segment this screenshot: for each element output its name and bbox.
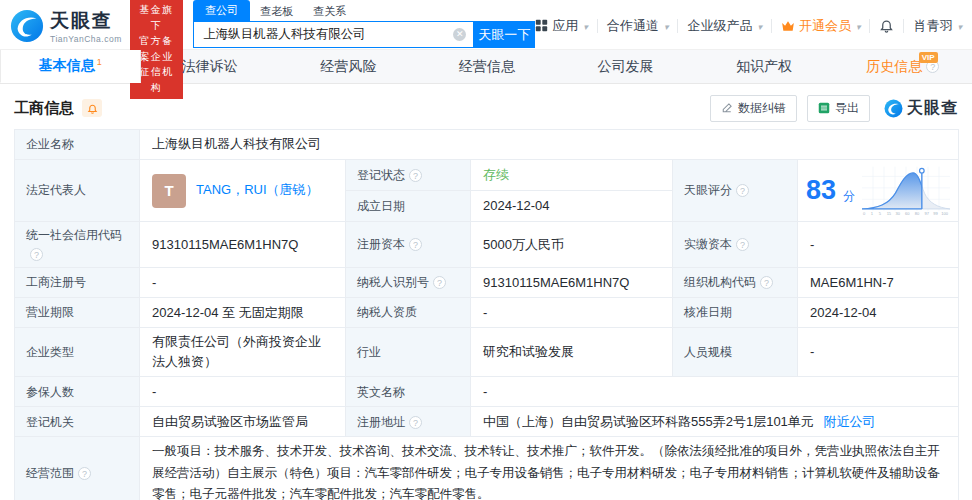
avatar[interactable]: T (152, 174, 186, 208)
english-name-value: - (471, 377, 959, 407)
notification-button[interactable] (879, 18, 894, 33)
tab-basic-info[interactable]: 基本信息 1 (0, 50, 141, 83)
logo-brand-text: 天眼查 (50, 8, 122, 34)
export-button[interactable]: 导出 (807, 95, 870, 122)
tab-operational-risk[interactable]: 经营风险 (279, 50, 418, 83)
help-icon[interactable] (78, 467, 91, 480)
monitor-bell-icon[interactable] (82, 99, 102, 117)
search-tab-boss[interactable]: 查老板 (250, 2, 303, 21)
bell-icon (879, 18, 894, 33)
nav-enterprise-products[interactable]: 企业级产品 (687, 17, 762, 35)
help-icon[interactable] (736, 184, 749, 197)
search-tab-company[interactable]: 查公司 (193, 0, 250, 21)
svg-text:60: 60 (905, 211, 910, 216)
field-label: 核准日期 (673, 298, 798, 328)
watermark-logo: 天眼查 (884, 98, 958, 119)
staff-size-value: - (798, 328, 959, 377)
field-label: 经营范围 (15, 437, 140, 500)
help-icon[interactable] (736, 238, 749, 251)
search-input[interactable] (193, 21, 473, 48)
table-row: 企业名称 上海纵目机器人科技有限公司 (15, 130, 959, 160)
help-icon[interactable] (409, 238, 422, 251)
score-axis-labels: 01 515 3060 8097 99100 (863, 211, 949, 216)
table-row: 登记机关 自由贸易试验区市场监管局 注册地址 中国（上海）自由贸易试验区环科路5… (15, 407, 959, 437)
search-area: 查公司 查老板 查关系 天眼一下 (193, 3, 535, 48)
svg-text:99: 99 (933, 211, 938, 216)
field-label: 注册地址 (346, 407, 471, 437)
tab-company-development[interactable]: 公司发展 (556, 50, 695, 83)
nearby-company-link[interactable]: 附近公司 (823, 414, 875, 429)
tianyancha-watermark-icon (884, 99, 903, 118)
field-label: 登记状态 (346, 160, 471, 191)
field-label: 英文名称 (346, 377, 471, 407)
tianyancha-logo[interactable]: 天眼查 TianYanCha.com (10, 8, 122, 44)
insured-count-value: - (140, 377, 346, 407)
company-tabbar: 基本信息 1 法律诉讼 经营风险 经营信息 公司发展 知识产权 VIP 历史信息 (0, 50, 972, 84)
field-label: 纳税人识别号 (346, 268, 471, 298)
score-distribution-chart: 01 515 3060 8097 99100 (862, 164, 950, 217)
score-cell: 83 分 (798, 160, 959, 222)
field-label: 行业 (346, 328, 471, 377)
tab-business-info[interactable]: 经营信息 (418, 50, 557, 83)
svg-text:30: 30 (895, 211, 900, 216)
tab-history-info[interactable]: VIP 历史信息 (833, 50, 972, 83)
tab-legal-proceedings[interactable]: 法律诉讼 (141, 50, 280, 83)
tab-intellectual-property[interactable]: 知识产权 (695, 50, 834, 83)
help-icon[interactable] (760, 276, 773, 289)
field-label: 天眼评分 (673, 160, 798, 222)
field-label: 注册资本 (346, 222, 471, 268)
tab-risk-label: 经营风险 (320, 58, 376, 76)
divider (771, 19, 772, 33)
table-row: 法定代表人 T TANG，RUI（唐锐） 登记状态 存续 天眼评分 83 分 (15, 160, 959, 191)
help-icon[interactable] (409, 416, 422, 429)
svg-text:1: 1 (871, 211, 874, 216)
field-label: 参保人数 (15, 377, 140, 407)
divider (903, 19, 904, 33)
legal-rep-cell: T TANG，RUI（唐锐） (140, 160, 346, 222)
divider (597, 19, 598, 33)
svg-text:100: 100 (941, 211, 948, 216)
tab-development-label: 公司发展 (598, 58, 654, 76)
nav-apps[interactable]: 应用 (535, 17, 588, 35)
field-label: 登记机关 (15, 407, 140, 437)
tab-basic-info-label: 基本信息 (39, 57, 95, 75)
taxpayer-qualification-value: - (471, 298, 673, 328)
search-button[interactable]: 天眼一下 (473, 21, 535, 48)
score-value: 83 (806, 177, 836, 204)
chevron-down-icon (756, 18, 762, 33)
tab-legal-label: 法律诉讼 (182, 58, 238, 76)
logo-domain-text: TianYanCha.com (50, 34, 122, 44)
legal-rep-link[interactable]: TANG，RUI（唐锐） (196, 180, 319, 200)
establish-date-value: 2024-12-04 (471, 191, 673, 222)
watermark-text: 天眼查 (907, 98, 958, 119)
help-icon[interactable] (30, 248, 43, 261)
tianyancha-logo-icon (10, 9, 44, 43)
user-menu[interactable]: 肖青羽 (913, 17, 962, 35)
search-tab-relation[interactable]: 查关系 (303, 2, 356, 21)
table-row: 工商注册号 - 纳税人识别号 91310115MAE6M1HN7Q 组织机构代码… (15, 268, 959, 298)
nav-membership-label: 开通会员 (799, 17, 851, 35)
edit-icon (721, 102, 733, 114)
paid-capital-value: - (798, 222, 959, 268)
help-icon[interactable] (409, 169, 422, 182)
grid-icon (535, 19, 548, 32)
registered-address-value: 中国（上海）自由贸易试验区环科路555弄2号1层101单元 附近公司 (471, 407, 959, 437)
field-label: 人员规模 (673, 328, 798, 377)
credit-code-value: 91310115MAE6M1HN7Q (140, 222, 346, 268)
divider (869, 19, 870, 33)
field-label: 营业期限 (15, 298, 140, 328)
svg-text:5: 5 (879, 211, 882, 216)
chevron-down-icon (956, 18, 962, 33)
field-label: 企业名称 (15, 130, 140, 160)
help-icon[interactable] (433, 276, 446, 289)
table-row: 营业期限 2024-12-04 至 无固定期限 纳税人资质 - 核准日期 202… (15, 298, 959, 328)
tab-basic-info-count: 1 (97, 57, 102, 67)
registration-number-value: - (140, 268, 346, 298)
data-correction-button[interactable]: 数据纠错 (710, 95, 797, 122)
nav-partner-channel[interactable]: 合作通道 (607, 17, 669, 35)
svg-text:80: 80 (915, 211, 920, 216)
header-nav: 应用 合作通道 企业级产品 开通会员 肖青羽 (535, 17, 962, 35)
nav-open-membership[interactable]: 开通会员 (781, 17, 861, 35)
business-info-table: 企业名称 上海纵目机器人科技有限公司 法定代表人 T TANG，RUI（唐锐） … (14, 129, 959, 500)
chevron-down-icon (855, 18, 861, 33)
